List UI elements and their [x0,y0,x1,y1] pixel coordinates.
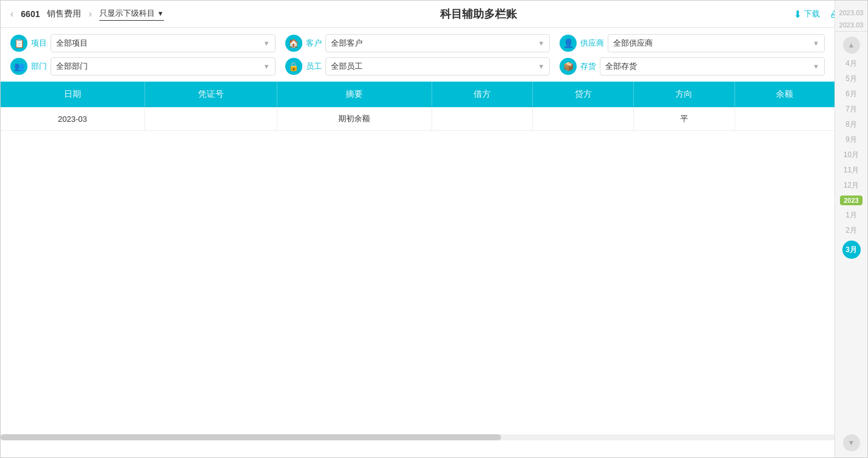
cell-3 [432,107,533,131]
filter-employee: 🔒 员工 全部员工 ▼ [285,57,550,76]
sub-toggle-arrow-icon: ▼ [157,10,164,17]
customer-arrow-icon: ▼ [538,40,544,47]
department-arrow-icon: ▼ [263,63,270,70]
customer-value: 全部客户 [331,38,363,49]
page-title: 科目辅助多栏账 [171,7,786,21]
project-icon: 📋 [10,35,27,52]
supplier-arrow-icon: ▼ [813,40,819,47]
col-date: 日期 [1,82,144,107]
cell-1 [144,107,277,131]
filter-supplier: 👤 供应商 全部供应商 ▼ [560,34,825,52]
nav-next-button[interactable]: › [88,9,91,19]
department-label: 部门 [31,61,47,72]
download-label: 下载 [804,9,820,19]
filter-customer: 🏠 客户 全部客户 ▼ [285,34,550,52]
project-arrow-icon: ▼ [263,40,270,47]
cell-0: 2023-03 [1,107,144,131]
supplier-label: 供应商 [580,38,604,49]
sidebar-month-12[interactable]: 12月 [844,178,859,193]
filter-row-2: 👥 部门 全部部门 ▼ 🔒 员工 全部员工 ▼ 📦 [10,57,825,76]
nav-prev-button[interactable]: ‹ [10,9,13,19]
down-arrow-icon: ▼ [848,439,855,447]
employee-label: 员工 [306,61,322,72]
supplier-select[interactable]: 全部供应商 ▼ [608,34,825,52]
employee-icon: 🔒 [285,58,302,75]
cell-2: 期初余额 [277,107,432,131]
cell-6 [735,107,834,131]
sidebar-month-3-active[interactable]: 3月 [842,241,861,259]
col-balance: 余额 [735,82,834,107]
employee-select[interactable]: 全部员工 ▼ [326,57,550,76]
year-badge[interactable]: 2023 [840,196,862,205]
sidebar-month-8[interactable]: 8月 [845,117,857,132]
filter-row-1: 📋 项目 全部项目 ▼ 🏠 客户 全部客户 ▼ 👤 [10,34,825,52]
table-row: 2023-03期初余额平 [1,107,834,131]
customer-label: 客户 [306,38,322,49]
customer-icon: 🏠 [285,35,302,52]
project-label: 项目 [31,38,47,49]
account-code: 6601 [21,9,40,19]
col-credit: 贷方 [533,82,634,107]
ledger-table: 日期 凭证号 摘要 借方 贷方 方向 余额 2023-03期初余额平 [1,82,834,131]
sub-toggle-label: 只显示下级科目 [99,8,155,19]
inventory-icon: 📦 [560,58,577,75]
sidebar-month-4[interactable]: 4月 [845,56,857,71]
sub-toggle[interactable]: 只显示下级科目 ▼ [99,8,164,21]
employee-arrow-icon: ▼ [538,63,544,70]
sidebar-month-1[interactable]: 1月 [845,208,857,223]
customer-select[interactable]: 全部客户 ▼ [326,34,550,52]
sidebar-up-button[interactable]: ▲ [843,37,860,54]
employee-value: 全部员工 [331,61,363,72]
inventory-arrow-icon: ▼ [813,63,819,70]
department-select[interactable]: 全部部门 ▼ [51,57,276,76]
table-container: 日期 凭证号 摘要 借方 贷方 方向 余额 2023-03期初余额平 [1,82,834,131]
filter-area: 📋 项目 全部项目 ▼ 🏠 客户 全部客户 ▼ 👤 [1,28,834,82]
account-name: 销售费用 [47,9,81,19]
right-sidebar: 2023.03 2023.03 ▲ 4月 5月 6月 7月 8月 9月 10月 … [834,1,867,457]
sidebar-month-7[interactable]: 7月 [845,102,857,117]
department-icon: 👥 [10,58,27,75]
department-value: 全部部门 [56,61,88,72]
col-debit: 借方 [432,82,533,107]
col-direction: 方向 [634,82,735,107]
cell-5: 平 [634,107,735,131]
inventory-label: 存货 [580,61,596,72]
supplier-icon: 👤 [560,35,577,52]
scrollbar-thumb[interactable] [1,434,501,440]
project-select[interactable]: 全部项目 ▼ [51,34,276,52]
sidebar-month-9[interactable]: 9月 [845,132,857,147]
header: ‹ 6601 销售费用 › 只显示下级科目 ▼ 科目辅助多栏账 ⬇ 下载 🖨 打… [1,1,867,28]
inventory-select[interactable]: 全部存货 ▼ [600,57,825,76]
table-header-row: 日期 凭证号 摘要 借方 贷方 方向 余额 [1,82,834,107]
sidebar-selected-2[interactable]: 2023.03 [835,19,867,32]
sidebar-month-5[interactable]: 5月 [845,71,857,86]
download-icon: ⬇ [794,9,802,20]
sidebar-month-2[interactable]: 2月 [845,223,857,238]
horizontal-scrollbar[interactable] [1,434,834,440]
inventory-value: 全部存货 [605,61,637,72]
sidebar-down-button[interactable]: ▼ [843,434,860,451]
cell-4 [533,107,634,131]
download-button[interactable]: ⬇ 下载 [794,9,820,20]
sidebar-selected-1[interactable]: 2023.03 [839,7,864,19]
col-summary: 摘要 [277,82,432,107]
sidebar-month-6[interactable]: 6月 [845,86,857,102]
up-arrow-icon: ▲ [848,41,855,49]
filter-inventory: 📦 存货 全部存货 ▼ [560,57,825,76]
sidebar-month-10[interactable]: 10月 [844,147,859,163]
project-value: 全部项目 [56,38,88,49]
sidebar-month-11[interactable]: 11月 [844,163,859,178]
supplier-value: 全部供应商 [613,38,653,49]
sidebar-month-3-label: 3月 [845,245,857,255]
col-voucher: 凭证号 [144,82,277,107]
filter-project: 📋 项目 全部项目 ▼ [10,34,276,52]
filter-department: 👥 部门 全部部门 ▼ [10,57,276,76]
